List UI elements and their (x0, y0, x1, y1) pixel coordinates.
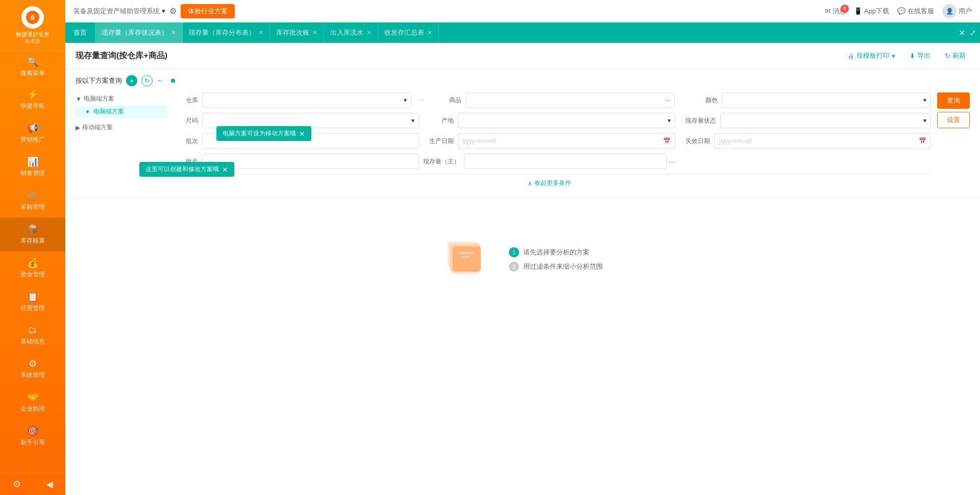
refresh-btn[interactable]: ↻ 刷新 (941, 49, 970, 62)
finance-icon: 💰 (27, 257, 38, 269)
settings-bottom-btn[interactable]: ⚙ (13, 479, 21, 490)
field-dots-1[interactable]: ··· (415, 96, 426, 105)
tab-close-inventory-status[interactable]: ✕ (171, 29, 176, 36)
header-settings-btn[interactable]: ⚙ (169, 6, 177, 16)
sidebar-item-search[interactable]: 🔍 搜索菜单 (0, 51, 65, 83)
origin-select[interactable]: ▾ (458, 113, 675, 128)
page-header: 现存量查询(按仓库+商品) 🖨 按模板打印 ▾ ⬇ 导出 ↻ 刷新 (65, 43, 980, 69)
scheme-panel: ▼ 电脑端方案 ● 电脑端方案 ▶ 移动端方案 (76, 92, 167, 137)
empty-steps: 1 请先选择要分析的方案 2 用过滤条件来缩小分析范围 (509, 247, 603, 272)
message-badge: 8 (841, 5, 849, 13)
tooltip-create-close[interactable]: ✕ (222, 166, 228, 174)
app-download-btn[interactable]: 📱 App下载 (854, 7, 889, 16)
try-industry-btn[interactable]: 体验行业方案 (181, 4, 235, 18)
empty-step-1: 1 请先选择要分析的方案 (509, 247, 603, 257)
svg-rect-6 (458, 252, 473, 254)
tab-inventory-dist[interactable]: 现存量（库存分布表） ✕ (183, 22, 270, 43)
tab-bar: 首页 现存量（库存状况表） ✕ 现存量（库存分布表） ✕ 库存批次账 ✕ 出入库… (65, 22, 980, 43)
filter-row-stock-qty: 现存量（主） — (423, 154, 675, 169)
tab-close-inventory-dist[interactable]: ✕ (258, 29, 263, 36)
filter-back-btn[interactable]: ← (157, 76, 165, 85)
filter-row-warehouse: 仓库 ▾ (167, 92, 411, 108)
tab-home[interactable]: 首页 (65, 22, 95, 43)
sidebar-item-system[interactable]: ⚙ 系统管理 (0, 352, 65, 386)
desktop-scheme-header[interactable]: ▼ 电脑端方案 (76, 92, 167, 105)
filter-add-scheme-btn[interactable]: + (126, 75, 137, 86)
sidebar-item-quick[interactable]: ⚡ 快捷导航 (0, 83, 65, 116)
calendar-icon2: 📅 (919, 137, 926, 145)
system-icon: ⚙ (29, 358, 37, 369)
tab-close-inout-flow[interactable]: ✕ (366, 29, 372, 36)
basic-icon: 🗂 (28, 325, 37, 336)
tab-bar-end: ✕ ⤢ (954, 22, 980, 43)
filter-row-goods: 商品 ··· (431, 92, 675, 108)
quick-icon: ⚡ (27, 89, 38, 100)
desktop-scheme-item[interactable]: ● 电脑端方案 (76, 105, 167, 118)
tab-close-all-btn[interactable]: ✕ (959, 28, 965, 38)
app-icon: 📱 (854, 7, 862, 15)
tab-batch-account[interactable]: 库存批次账 ✕ (270, 22, 324, 43)
export-icon: ⬇ (910, 52, 915, 60)
user-menu[interactable]: 👤 用户 (942, 4, 972, 18)
tab-recv-summary[interactable]: 收发存汇总表 ✕ (378, 22, 439, 43)
reset-btn[interactable]: 设置 (937, 112, 970, 128)
search-icon: 🔍 (27, 56, 38, 67)
sidebar-item-basic[interactable]: 🗂 基础信息 (0, 319, 65, 352)
inventory-icon: 📦 (27, 224, 38, 235)
sidebar-item-guide[interactable]: 🎯 新手引导 (0, 419, 65, 453)
collapse-icon: ∧ (528, 180, 532, 187)
print-btn[interactable]: 🖨 按模板打印 ▾ (844, 49, 899, 62)
collapse-sidebar-btn[interactable]: ◀ (46, 479, 53, 490)
sidebar-bottom: ⚙ ◀ (0, 473, 65, 495)
mobile-scheme-header[interactable]: ▶ 移动端方案 (76, 121, 167, 134)
tab-close-batch-account[interactable]: ✕ (312, 29, 317, 36)
sidebar-item-operation[interactable]: 📋 经营管理 (0, 285, 65, 319)
sidebar-item-purchase[interactable]: 🛒 采购管理 (0, 184, 65, 218)
tab-inout-flow[interactable]: 出入库流水 ✕ (324, 22, 378, 43)
top-header: 装备及固定资产辅助管理系统 ▾ ⚙ 体验行业方案 ✉ 消息 8 📱 App下载 … (65, 0, 980, 22)
avatar: 👤 (942, 4, 957, 18)
stock-qty-min[interactable] (464, 154, 666, 169)
warehouse-select[interactable]: ▾ (202, 92, 411, 108)
guide-icon: 🎯 (27, 426, 38, 437)
corp-icon: 🤝 (27, 392, 38, 403)
tab-fullscreen-btn[interactable]: ⤢ (969, 28, 976, 38)
sidebar-item-corp[interactable]: 🤝 企业协同 (0, 386, 65, 419)
expire-date-start[interactable]: yyyy-mm-dd 📅 (714, 133, 931, 149)
system-dropdown[interactable]: 装备及固定资产辅助管理系统 ▾ (74, 7, 165, 16)
print-chevron-icon: ▾ (892, 52, 895, 60)
color-select[interactable]: ▾ (722, 92, 931, 108)
filter-refresh-btn[interactable]: ↻ (141, 75, 153, 86)
purchase-icon: 🛒 (27, 190, 38, 201)
goods-select[interactable]: ··· (465, 92, 675, 108)
tab-inventory-status[interactable]: 现存量（库存状况表） ✕ (95, 22, 183, 43)
refresh-icon: ↻ (945, 52, 950, 60)
service-icon: 💬 (897, 7, 905, 15)
sidebar-item-inventory[interactable]: 📦 库存核算 (0, 218, 65, 251)
produce-date-start[interactable]: yyyy-mm-dd 📅 (458, 133, 675, 149)
export-btn[interactable]: ⬇ 导出 (905, 49, 935, 62)
stock-status-chevron-icon: ▾ (923, 117, 926, 124)
sidebar-item-marketing[interactable]: 📢 营销推广 (0, 116, 65, 150)
message-btn[interactable]: ✉ 消息 8 (825, 7, 846, 16)
logo-text: 畅捷通好生意 标准版 (16, 31, 50, 44)
step-num-1: 1 (509, 247, 519, 257)
sales-icon: 📊 (27, 156, 38, 168)
stock-status-select[interactable]: ▾ (720, 113, 931, 128)
step-num-2: 2 (509, 262, 519, 272)
online-service-btn[interactable]: 💬 在线客服 (897, 7, 934, 16)
lot-input[interactable] (202, 154, 419, 169)
tooltip-desktop-close[interactable]: ✕ (299, 130, 305, 138)
dropdown-chevron-icon: ▾ (162, 7, 165, 15)
filter-row-origin: 产地 ▾ (423, 113, 675, 128)
sidebar-item-finance[interactable]: 💰 资金管理 (0, 251, 65, 285)
collapse-filter-btn[interactable]: ∧ 收起更多条件 (167, 174, 931, 192)
filter-row-produce-date: 生产日期 yyyy-mm-dd 📅 (423, 133, 675, 149)
filter-row-color: 颜色 ▾ (687, 92, 931, 108)
sidebar-item-sales[interactable]: 📊 销售管理 (0, 150, 65, 184)
operation-icon: 📋 (27, 291, 38, 302)
filter-btn-group: 查询 设置 (937, 92, 970, 128)
filter-row-stock-status: 现存量状态 ▾ (679, 113, 931, 128)
tab-close-recv-summary[interactable]: ✕ (427, 29, 432, 36)
search-btn[interactable]: 查询 (937, 92, 970, 109)
